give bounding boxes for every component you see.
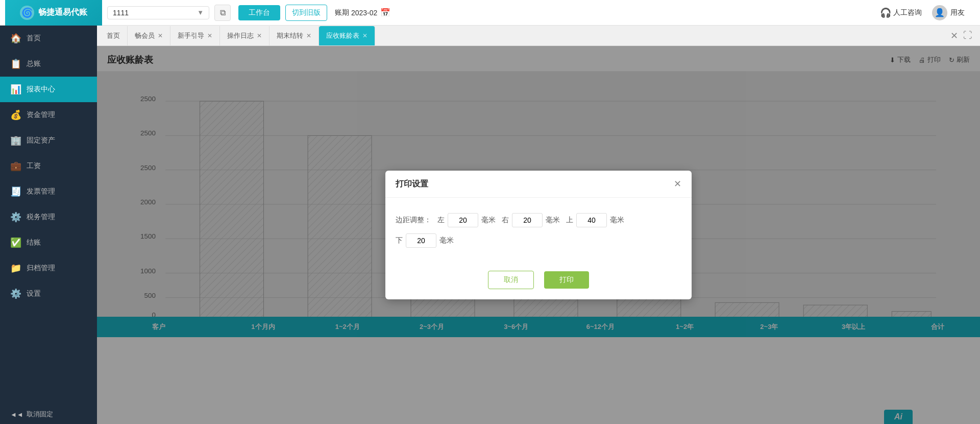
right-margin-group: 右 毫米 xyxy=(502,213,560,227)
sidebar-item-invoice[interactable]: 🧾 发票管理 xyxy=(0,179,97,204)
top-margin-input[interactable] xyxy=(576,213,607,227)
sidebar-label-home: 首页 xyxy=(27,34,41,43)
modal-close-button[interactable]: ✕ xyxy=(674,178,681,190)
expand-icon[interactable]: ⛶ xyxy=(963,30,972,41)
period-info: 账期 2023-02 📅 xyxy=(335,8,390,17)
left-prefix: 左 xyxy=(437,216,445,225)
funds-icon: 💰 xyxy=(10,109,21,121)
consultation-button[interactable]: 🎧 人工咨询 xyxy=(880,7,922,18)
tab-guide[interactable]: 新手引导 ✕ xyxy=(170,26,220,45)
reports-icon: 📊 xyxy=(10,84,21,95)
tab-bar-right: ✕ ⛶ xyxy=(950,30,977,41)
print-settings-dialog: 打印设置 ✕ 边距调整： 左 毫米 xyxy=(385,171,692,299)
consultation-label: 人工咨询 xyxy=(893,8,922,17)
modal-title: 打印设置 xyxy=(396,179,428,190)
tab-guide-label: 新手引导 xyxy=(178,31,204,40)
headset-icon: 🎧 xyxy=(880,7,891,18)
ledger-icon: 📋 xyxy=(10,58,21,69)
pin-icon: ◄◄ xyxy=(10,411,23,418)
sidebar-bottom-label: 取消固定 xyxy=(27,410,53,419)
sidebar: 🏠 首页 📋 总账 📊 报表中心 💰 资金管理 🏢 固定资产 💼 工资 xyxy=(0,26,97,424)
sidebar-label-ledger: 总账 xyxy=(27,59,41,68)
tab-guide-close[interactable]: ✕ xyxy=(207,32,212,39)
modal-footer: 取消 打印 xyxy=(385,263,692,299)
user-label: 用友 xyxy=(950,8,965,17)
calendar-icon[interactable]: 📅 xyxy=(380,8,390,17)
sidebar-item-payroll[interactable]: 💼 工资 xyxy=(0,153,97,179)
sidebar-label-tax: 税务管理 xyxy=(27,213,55,222)
tab-ar-aging[interactable]: 应收账龄表 ✕ xyxy=(319,26,375,45)
header-right: 🎧 人工咨询 👤 用友 xyxy=(880,5,975,20)
archive-icon: 📁 xyxy=(10,263,21,274)
sidebar-item-tax[interactable]: ⚙️ 税务管理 xyxy=(0,204,97,230)
page-content: 应收账龄表 ⬇ 下载 🖨 打印 ↻ 刷新 xyxy=(97,46,980,424)
home-icon: 🏠 xyxy=(10,33,21,44)
sidebar-bottom-action[interactable]: ◄◄ 取消固定 xyxy=(0,405,97,424)
main-layout: 🏠 首页 📋 总账 📊 报表中心 💰 资金管理 🏢 固定资产 💼 工资 xyxy=(0,26,980,424)
modal-overlay: 打印设置 ✕ 边距调整： 左 毫米 xyxy=(97,46,980,424)
sidebar-item-archive[interactable]: 📁 归档管理 xyxy=(0,255,97,281)
right-prefix: 右 xyxy=(502,216,509,225)
sidebar-item-home[interactable]: 🏠 首页 xyxy=(0,26,97,51)
copy-button[interactable]: ⧉ xyxy=(214,5,231,21)
header-company: 1111 ▼ ⧉ 工作台 切到旧版 账期 2023-02 📅 xyxy=(102,5,880,21)
left-unit: 毫米 xyxy=(481,216,496,225)
top-margin-group: 上 毫米 xyxy=(566,213,624,227)
workbench-button[interactable]: 工作台 xyxy=(238,5,280,20)
sidebar-item-reports[interactable]: 📊 报表中心 xyxy=(0,77,97,102)
sidebar-item-funds[interactable]: 💰 资金管理 xyxy=(0,102,97,128)
tab-log-label: 操作日志 xyxy=(227,31,254,40)
bottom-margin-input[interactable] xyxy=(406,233,436,248)
sidebar-item-settings[interactable]: ⚙️ 设置 xyxy=(0,281,97,307)
logo-area: 🌀 畅捷通易代账 xyxy=(5,0,102,26)
tab-home-label: 首页 xyxy=(107,31,120,40)
dropdown-arrow-icon: ▼ xyxy=(197,9,204,16)
cancel-button[interactable]: 取消 xyxy=(488,271,534,289)
margin-row: 边距调整： 左 毫米 右 毫米 xyxy=(396,213,681,248)
tab-home[interactable]: 首页 xyxy=(100,26,128,45)
sidebar-item-ledger[interactable]: 📋 总账 xyxy=(0,51,97,77)
switch-button[interactable]: 切到旧版 xyxy=(285,5,327,21)
assets-icon: 🏢 xyxy=(10,135,21,146)
invoice-icon: 🧾 xyxy=(10,186,21,197)
settings-icon: ⚙️ xyxy=(10,288,21,299)
tab-log[interactable]: 操作日志 ✕ xyxy=(220,26,270,45)
tab-member[interactable]: 畅会员 ✕ xyxy=(128,26,170,45)
tab-ar-aging-label: 应收账龄表 xyxy=(326,31,359,40)
sidebar-label-assets: 固定资产 xyxy=(27,136,55,145)
content-area: 首页 畅会员 ✕ 新手引导 ✕ 操作日志 ✕ 期末结转 ✕ 应收账龄表 ✕ xyxy=(97,26,980,424)
sidebar-label-invoice: 发票管理 xyxy=(27,187,55,196)
right-margin-input[interactable] xyxy=(512,213,543,227)
sidebar-label-settings: 设置 xyxy=(27,289,41,298)
tab-closing-label: 期末结转 xyxy=(277,31,303,40)
top-header: 🌀 畅捷通易代账 1111 ▼ ⧉ 工作台 切到旧版 账期 2023-02 📅 … xyxy=(0,0,980,26)
period-value: 2023-02 xyxy=(351,9,377,17)
bottom-unit: 毫米 xyxy=(439,236,454,245)
left-margin-input[interactable] xyxy=(448,213,478,227)
tab-member-close[interactable]: ✕ xyxy=(158,32,163,39)
bottom-prefix: 下 xyxy=(396,236,403,245)
modal-print-button[interactable]: 打印 xyxy=(544,271,589,289)
tab-ar-aging-close[interactable]: ✕ xyxy=(362,32,368,39)
period-prefix: 账期 xyxy=(335,8,349,17)
bottom-margin-group: 下 毫米 xyxy=(396,233,454,248)
tax-icon: ⚙️ xyxy=(10,211,21,223)
user-avatar: 👤 xyxy=(932,5,947,20)
left-margin-group: 左 毫米 xyxy=(437,213,496,227)
sidebar-item-assets[interactable]: 🏢 固定资产 xyxy=(0,128,97,153)
sidebar-item-closing[interactable]: ✅ 结账 xyxy=(0,230,97,255)
sidebar-label-reports: 报表中心 xyxy=(27,85,55,94)
company-selector[interactable]: 1111 ▼ xyxy=(107,6,209,19)
tab-log-close[interactable]: ✕ xyxy=(257,32,262,39)
tab-bar: 首页 畅会员 ✕ 新手引导 ✕ 操作日志 ✕ 期末结转 ✕ 应收账龄表 ✕ xyxy=(97,26,980,46)
closing-icon: ✅ xyxy=(10,237,21,248)
user-info[interactable]: 👤 用友 xyxy=(932,5,965,20)
logo-icon: 🌀 xyxy=(20,6,34,20)
tab-closing[interactable]: 期末结转 ✕ xyxy=(270,26,319,45)
tab-member-label: 畅会员 xyxy=(135,31,155,40)
tab-closing-close[interactable]: ✕ xyxy=(306,32,311,39)
modal-body: 边距调整： 左 毫米 右 毫米 xyxy=(385,198,692,263)
company-name: 1111 xyxy=(113,9,193,17)
close-all-icon[interactable]: ✕ xyxy=(950,30,958,41)
modal-header: 打印设置 ✕ xyxy=(385,171,692,198)
